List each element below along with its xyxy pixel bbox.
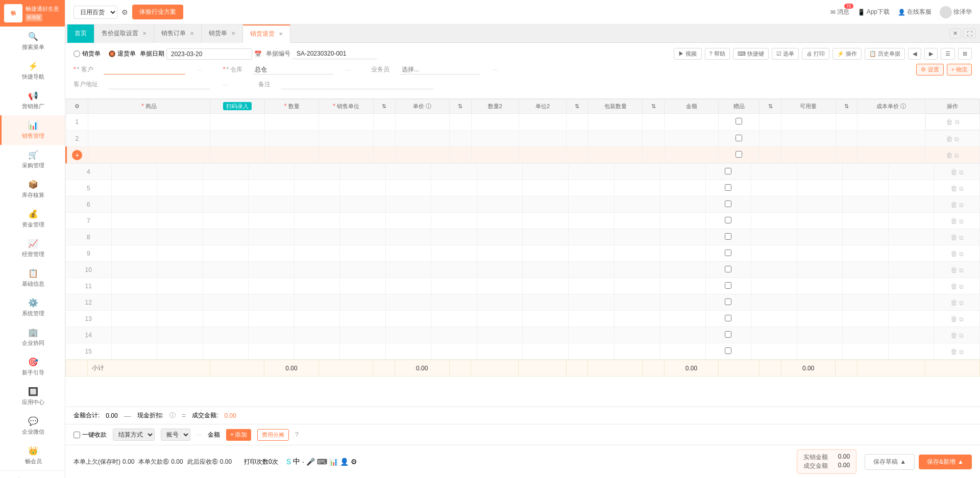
app-download-button[interactable]: 📱 App下载 <box>857 8 890 16</box>
gift-checkbox-3[interactable] <box>736 151 742 158</box>
delete-row-7[interactable]: 🗑 <box>950 217 958 225</box>
unit-cell-9[interactable] <box>249 245 295 262</box>
price-cell-8[interactable] <box>340 229 386 245</box>
one-click-payment-label[interactable]: 一键收款 <box>74 431 107 439</box>
view-list-btn[interactable]: ☰ <box>941 48 955 60</box>
copy-row-2[interactable]: ⧉ <box>954 136 959 143</box>
product-cell-3[interactable] <box>88 147 210 163</box>
unit-cell-8[interactable] <box>249 229 295 245</box>
delete-row-4[interactable]: 🗑 <box>950 168 958 176</box>
view-grid-btn[interactable]: ⊞ <box>958 48 972 60</box>
next-record-btn[interactable]: ▶ <box>924 48 938 60</box>
tab-price-settings-close[interactable]: ✕ <box>142 31 146 36</box>
calendar-icon[interactable]: 📅 <box>254 51 262 58</box>
gift-cell-5[interactable] <box>705 180 751 196</box>
gift-cell-8[interactable] <box>705 229 751 245</box>
delete-row-12[interactable]: 🗑 <box>950 298 958 307</box>
copy-row-1[interactable]: ⧉ <box>955 118 960 125</box>
settings-bottom-icon[interactable]: ⚙ <box>15 476 22 478</box>
product-cell-2[interactable] <box>88 131 210 147</box>
help-btn[interactable]: ? 帮助 <box>705 48 730 60</box>
delete-row-10[interactable]: 🗑 <box>950 266 958 274</box>
unit-cell-6[interactable] <box>249 196 295 213</box>
shortcut-btn[interactable]: ⌨ 快捷键 <box>733 48 769 60</box>
price-cell-13[interactable] <box>340 311 386 327</box>
amount-cell-11[interactable] <box>660 278 706 294</box>
print-btn[interactable]: 🖨 打印 <box>802 48 829 60</box>
delete-row-9[interactable]: 🗑 <box>950 249 958 258</box>
amount-cell-1[interactable] <box>664 114 719 131</box>
tab-sales-return-close[interactable]: ✕ <box>279 31 283 37</box>
tab-maximize[interactable]: ⛶ <box>963 29 976 38</box>
topbar-settings-button[interactable]: ⚙ <box>121 8 128 16</box>
account-dots[interactable]: ··· <box>197 431 202 438</box>
qty-cell-14[interactable] <box>203 327 249 343</box>
gift-cell-13[interactable] <box>705 311 751 327</box>
doc-number-input[interactable] <box>292 48 377 59</box>
amount-cell-14[interactable] <box>660 327 706 343</box>
copy-row-7[interactable]: ⧉ <box>959 218 964 225</box>
copy-row-13[interactable]: ⧉ <box>959 316 964 323</box>
sidebar-item-inventory[interactable]: 📦 库存核算 <box>0 174 65 204</box>
amount-cell-6[interactable] <box>660 196 706 213</box>
copy-row-11[interactable]: ⧉ <box>959 283 964 290</box>
qty-cell-4[interactable] <box>203 164 249 180</box>
unit-cell-5[interactable] <box>249 180 295 196</box>
gift-cell-7[interactable] <box>705 213 751 229</box>
amount-cell-3[interactable] <box>664 147 719 163</box>
product-cell-12[interactable] <box>111 294 157 311</box>
sidebar-item-member[interactable]: 👑 畅会员 <box>0 441 65 470</box>
product-cell-14[interactable] <box>111 327 157 343</box>
unit-cell-13[interactable] <box>249 311 295 327</box>
qty2-cell-1[interactable] <box>471 114 519 131</box>
warehouse-dots[interactable]: ··· <box>346 66 351 73</box>
qty-cell-3[interactable] <box>264 147 319 163</box>
gift-checkbox-8[interactable] <box>725 233 731 240</box>
gift-checkbox-4[interactable] <box>725 168 731 174</box>
gift-cell-9[interactable] <box>705 245 751 262</box>
settings-form-btn[interactable]: ⚙ 设置 <box>916 64 943 76</box>
message-button[interactable]: ✉ 消息 70 <box>830 8 849 16</box>
salesperson-dots[interactable]: ··· <box>493 66 498 73</box>
product-input-3[interactable] <box>90 152 208 159</box>
unit-cell-15[interactable] <box>249 343 295 360</box>
th-sort6[interactable]: ⇅ <box>836 99 857 114</box>
fee-split-button[interactable]: 费用分摊 <box>257 429 289 441</box>
gift-cell-12[interactable] <box>705 294 751 311</box>
copy-row-4[interactable]: ⧉ <box>959 169 964 176</box>
date-input[interactable] <box>166 48 252 60</box>
sidebar-item-shortcut[interactable]: ⚡ 快捷导航 <box>0 56 65 86</box>
unit2-cell-1[interactable] <box>519 114 566 131</box>
unit-cell-7[interactable] <box>249 213 295 229</box>
gift-cell-15[interactable] <box>705 343 751 360</box>
amount-cell-8[interactable] <box>660 229 706 245</box>
help-discount[interactable]: ⓘ <box>169 411 176 420</box>
gift-checkbox-11[interactable] <box>725 282 731 289</box>
qty-cell-11[interactable] <box>203 278 249 294</box>
th-sort2[interactable]: ⇅ <box>450 99 472 114</box>
radio-sales-return[interactable]: 退货单 <box>109 49 136 58</box>
delete-row-6[interactable]: 🗑 <box>950 200 958 209</box>
unit-cell-10[interactable] <box>249 262 295 278</box>
save-new-button[interactable]: 保存&新增 ▲ <box>919 455 972 469</box>
gift-checkbox-7[interactable] <box>725 217 731 223</box>
customer-dots[interactable]: ··· <box>198 66 203 73</box>
product-cell-4[interactable] <box>111 164 157 180</box>
gift-checkbox-14[interactable] <box>725 331 731 338</box>
gift-cell-1[interactable] <box>719 114 760 131</box>
product-cell-11[interactable] <box>111 278 157 294</box>
delete-row-5[interactable]: 🗑 <box>950 184 958 192</box>
price-cell-9[interactable] <box>340 245 386 262</box>
customer-input[interactable] <box>104 65 185 74</box>
price-cell-1[interactable] <box>395 114 450 131</box>
product-cell-9[interactable] <box>111 245 157 262</box>
amount-cell-9[interactable] <box>660 245 706 262</box>
radio-sales-delivery[interactable]: 销货单 <box>74 49 101 58</box>
delete-row-8[interactable]: 🗑 <box>950 233 958 241</box>
tab-sales-return[interactable]: 销货退货 ✕ <box>243 24 290 43</box>
delete-row-1[interactable]: 🗑 <box>946 118 953 126</box>
one-click-checkbox[interactable] <box>74 432 80 438</box>
history-btn[interactable]: 📋 历史单据 <box>865 48 905 60</box>
copy-row-15[interactable]: ⧉ <box>959 348 964 356</box>
tab-home[interactable]: 首页 <box>67 24 94 43</box>
